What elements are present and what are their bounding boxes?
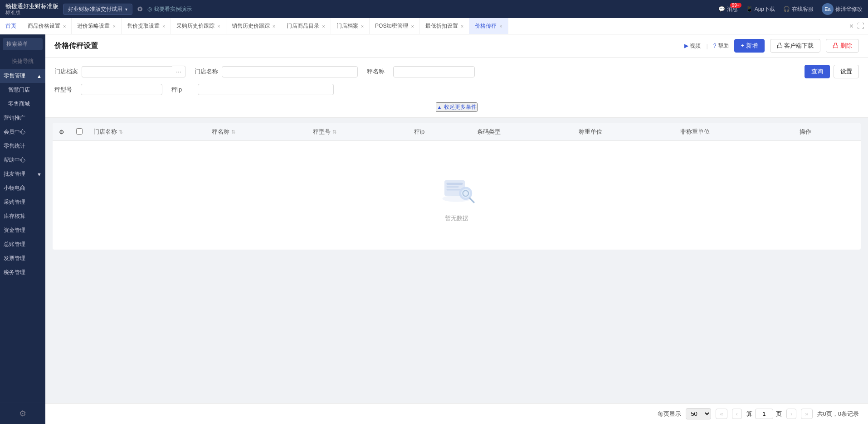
version-selector[interactable]: 好业财标准版交付试用 ▾ xyxy=(63,4,132,15)
page-header: 价格传秤设置 ▶ 视频 | ? 帮助 + 新增 凸 客户端下载 凸 xyxy=(45,34,868,58)
tab-close-icon[interactable]: × xyxy=(361,24,364,29)
tab-sale-history[interactable]: 销售历史价跟踪 × xyxy=(226,18,281,34)
tab-close-icon[interactable]: × xyxy=(162,24,165,29)
app-download-btn[interactable]: 📱 App下载 xyxy=(746,5,775,13)
tab-label: 最低折扣设置 xyxy=(425,22,458,30)
filter-area: 门店档案 ··· 门店名称 秤名称 查询 xyxy=(45,58,868,118)
filter-row-1: 门店档案 ··· 门店名称 秤名称 查询 xyxy=(54,65,859,78)
sidebar-item-smart-store[interactable]: 智慧门店 xyxy=(0,83,45,97)
tab-label: 进价策略设置 xyxy=(77,22,110,30)
scale-ip-input[interactable] xyxy=(198,84,334,95)
tab-close-icon[interactable]: × xyxy=(322,24,325,29)
sidebar-item-retail-mall[interactable]: 零售商城 xyxy=(0,97,45,111)
tab-purchase-strategy[interactable]: 进价策略设置 × xyxy=(72,18,121,34)
maximize-btn[interactable]: ⛶ xyxy=(857,22,864,30)
table-gear-icon[interactable]: ⚙ xyxy=(59,129,64,135)
select-all-checkbox[interactable] xyxy=(76,128,83,135)
chevron-up-icon: ▲ xyxy=(37,73,42,79)
sidebar-item-purchase-mgmt[interactable]: 采购管理 xyxy=(0,195,45,209)
tab-store-archive[interactable]: 门店档案 × xyxy=(331,18,370,34)
tab-commodity-price[interactable]: 商品价格设置 × xyxy=(22,18,72,34)
th-scale-name[interactable]: 秤名称 ⇅ xyxy=(206,123,307,141)
tab-sale-price[interactable]: 售价提取设置 × xyxy=(122,18,171,34)
first-page-btn[interactable]: « xyxy=(716,409,727,419)
tab-label: 门店商品目录 xyxy=(287,22,319,30)
store-archive-input[interactable] xyxy=(82,66,172,77)
prev-page-btn[interactable]: ‹ xyxy=(732,409,742,419)
tab-close-icon[interactable]: × xyxy=(112,24,115,29)
tab-purchase-history[interactable]: 采购历史价跟踪 × xyxy=(171,18,226,34)
sidebar-item-general-ledger[interactable]: 总账管理 xyxy=(0,237,45,251)
empty-state-icon xyxy=(436,168,477,209)
online-service-btn[interactable]: 🎧 在线客服 xyxy=(783,5,814,13)
tab-close-icon[interactable]: × xyxy=(63,24,66,29)
sidebar-item-member-center[interactable]: 会员中心 xyxy=(0,125,45,139)
chevron-down-icon: ▾ xyxy=(125,7,127,12)
settings-button[interactable]: 设置 xyxy=(834,65,859,78)
chevron-up-icon: ▲ xyxy=(437,104,442,111)
sidebar-item-invoice-mgmt[interactable]: 发票管理 xyxy=(0,251,45,265)
tab-label: POS加密管理 xyxy=(375,22,408,30)
page-label: 算 xyxy=(746,410,752,418)
service-icon: 🎧 xyxy=(783,6,790,12)
video-link[interactable]: ▶ 视频 xyxy=(684,42,701,50)
next-page-btn[interactable]: › xyxy=(786,409,796,419)
messages-btn[interactable]: 💬 消息 99+ xyxy=(718,5,738,13)
sidebar-item-inventory[interactable]: 库存核算 xyxy=(0,209,45,223)
gear-icon: ⚙ xyxy=(19,409,26,419)
demo-link[interactable]: ◎ 我要看实例演示 xyxy=(147,5,192,13)
table-wrap: ⚙ 门店名称 ⇅ 秤名称 ⇅ xyxy=(53,123,861,250)
demo-link-text: 我要看实例演示 xyxy=(154,5,192,13)
tab-label: 销售历史价跟踪 xyxy=(232,22,270,30)
query-button[interactable]: 查询 xyxy=(805,65,830,78)
download-button[interactable]: 凸 客户端下载 xyxy=(770,39,821,53)
tab-close-icon[interactable]: × xyxy=(499,24,502,29)
scale-model-input[interactable] xyxy=(81,84,162,95)
sidebar-item-help-center[interactable]: 帮助中心 xyxy=(0,153,45,167)
page-input[interactable] xyxy=(755,409,773,419)
tab-min-discount[interactable]: 最低折扣设置 × xyxy=(420,18,469,34)
tab-pos-management[interactable]: POS加密管理 × xyxy=(370,18,420,34)
delete-label: 凸 删除 xyxy=(833,42,852,50)
store-name-input[interactable] xyxy=(222,66,358,77)
per-page-select[interactable]: 20 50 100 xyxy=(686,408,711,419)
empty-state-text: 暂无数据 xyxy=(445,214,468,222)
selector-text: 好业财标准版交付试用 xyxy=(68,5,122,13)
th-weight-unit: 称重单位 xyxy=(573,123,675,141)
store-archive-dots-btn[interactable]: ··· xyxy=(172,66,185,77)
delete-button[interactable]: 凸 删除 xyxy=(826,39,859,53)
sidebar-item-marketing[interactable]: 营销推广 xyxy=(0,111,45,125)
th-scale-model[interactable]: 秤型号 ⇅ xyxy=(307,123,409,141)
sidebar-item-tax-mgmt[interactable]: 税务管理 xyxy=(0,265,45,279)
settings-icon[interactable]: ⚙ xyxy=(137,5,143,13)
scale-name-input[interactable] xyxy=(393,66,475,77)
last-page-btn[interactable]: » xyxy=(801,409,812,419)
avatar: Ea xyxy=(822,3,834,15)
top-bar: 畅捷通好业财标准版 标准版 好业财标准版交付试用 ▾ ⚙ ◎ 我要看实例演示 💬… xyxy=(0,0,868,18)
close-window-btn[interactable]: × xyxy=(849,22,853,30)
sidebar-item-funds-mgmt[interactable]: 资金管理 xyxy=(0,223,45,237)
th-store-name[interactable]: 门店名称 ⇅ xyxy=(88,123,206,141)
user-avatar-area[interactable]: Ea 徐泽华修改 xyxy=(822,3,863,15)
tab-close-icon[interactable]: × xyxy=(217,24,220,29)
tab-price-scale[interactable]: 价格传秤 × xyxy=(469,18,508,34)
sidebar-item-wholesale-mgmt[interactable]: 批发管理 ▼ xyxy=(0,167,45,181)
sidebar-item-retail-mgmt[interactable]: 零售管理 ▲ xyxy=(0,69,45,83)
sidebar-settings-btn[interactable]: ⚙ xyxy=(4,407,42,420)
sidebar-item-xiao-chang[interactable]: 小畅电商 xyxy=(0,181,45,195)
tab-close-icon[interactable]: × xyxy=(461,24,463,29)
app-logo: 畅捷通好业财标准版 标准版 xyxy=(5,3,59,16)
collapse-btn[interactable]: ▲ 收起更多条件 xyxy=(436,102,478,112)
help-link[interactable]: ? 帮助 xyxy=(713,42,729,50)
add-button[interactable]: + 新增 xyxy=(734,39,765,53)
tab-close-icon[interactable]: × xyxy=(411,24,414,29)
tab-close-icon[interactable]: × xyxy=(273,24,275,29)
th-non-weight-unit: 非称重单位 xyxy=(675,123,794,141)
sidebar-bottom: ⚙ xyxy=(0,403,45,424)
tab-home[interactable]: 首页 xyxy=(0,18,22,34)
th-operations: 操作 xyxy=(794,123,861,141)
tab-store-catalog[interactable]: 门店商品目录 × xyxy=(281,18,331,34)
tab-label: 门店档案 xyxy=(336,22,358,30)
search-menu-btn[interactable]: 搜索菜单 xyxy=(3,38,43,50)
sidebar-item-retail-stats[interactable]: 零售统计 xyxy=(0,139,45,153)
